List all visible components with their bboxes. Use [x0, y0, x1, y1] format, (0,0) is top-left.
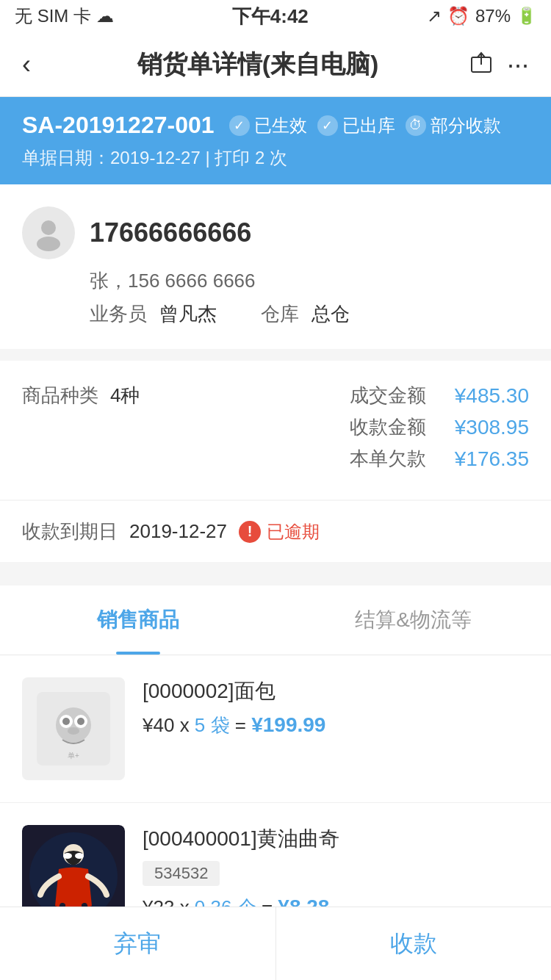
badge-effective-label: 已生效	[254, 114, 307, 137]
tab-section: 销售商品 结算&物流等 单+ [00000	[0, 586, 551, 951]
doc-date: 单据日期：2019-12-27 | 打印 2 次	[22, 146, 529, 170]
sim-status: 无 SIM 卡 ☁	[15, 4, 114, 28]
product-types-label: 商品种类	[22, 383, 98, 408]
warehouse-field: 仓库 总仓	[261, 301, 350, 327]
status-right: ↗ ⏰ 87% 🔋	[427, 6, 536, 26]
arrears-amount-row: 本单欠款 ¥176.35	[350, 446, 529, 472]
salesperson-value: 曾凡杰	[159, 303, 217, 325]
price-total-1: ¥199.99	[251, 713, 325, 736]
clock-icon: ⏱	[406, 115, 426, 136]
divider-1	[0, 349, 551, 361]
overdue-icon: !	[239, 521, 261, 543]
badge-partial-label: 部分收款	[431, 114, 501, 137]
overdue-text: 已逾期	[267, 520, 320, 544]
back-button[interactable]: ‹	[22, 49, 46, 80]
deal-amount-label: 成交金额	[350, 383, 426, 408]
product-name-2: [000400001]黄油曲奇	[143, 825, 529, 853]
svg-point-15	[63, 853, 72, 859]
warehouse-value: 总仓	[311, 303, 350, 325]
battery-icon: 🔋	[516, 7, 536, 26]
product-name-1: [0000002]面包	[143, 677, 529, 705]
avatar	[22, 206, 75, 259]
order-id: SA-20191227-001	[22, 112, 215, 139]
arrears-amount-value: ¥176.35	[441, 447, 529, 471]
overdue-badge: ! 已逾期	[239, 520, 320, 544]
page-title: 销货单详情(来自电脑)	[46, 48, 470, 82]
deal-amount-row: 成交金额 ¥485.30	[350, 383, 529, 408]
status-badges: ✓ 已生效 ✓ 已出库 ⏱ 部分收款	[229, 114, 501, 137]
alarm-icon: ⏰	[447, 6, 469, 26]
divider-2	[0, 562, 551, 574]
customer-section: 17666666666 张，156 6666 6666 业务员 曾凡杰 仓库 总…	[0, 184, 551, 349]
product-price-1: ¥40 x 5 袋 = ¥199.99	[143, 713, 529, 738]
tab-settlement[interactable]: 结算&物流等	[276, 586, 551, 655]
abandon-review-button[interactable]: 弃审	[0, 907, 276, 980]
badge-shipped: ✓ 已出库	[317, 114, 395, 137]
status-time: 下午4:42	[232, 4, 309, 29]
warehouse-label: 仓库	[261, 303, 299, 325]
price-x-1: x	[180, 714, 195, 736]
location-icon: ↗	[427, 6, 442, 26]
badge-partial: ⏱ 部分收款	[406, 114, 501, 137]
deal-amount-value: ¥485.30	[441, 384, 529, 408]
stats-left: 商品种类 4种	[22, 383, 140, 413]
due-section: 收款到期日 2019-12-27 ! 已逾期	[0, 501, 551, 562]
badge-shipped-label: 已出库	[342, 114, 395, 137]
tab-products[interactable]: 销售商品	[0, 586, 276, 655]
svg-point-2	[41, 220, 56, 235]
customer-meta: 业务员 曾凡杰 仓库 总仓	[90, 301, 529, 327]
battery-status: 87%	[475, 6, 511, 26]
check-icon-2: ✓	[317, 115, 338, 136]
price-eq-1: =	[235, 714, 251, 736]
svg-point-16	[75, 853, 84, 859]
nav-actions: ···	[470, 49, 529, 80]
price-qty-1: 5	[195, 714, 205, 736]
stats-section: 商品种类 4种 成交金额 ¥485.30 收款金额 ¥308.95 本单欠款 ¥…	[0, 361, 551, 500]
due-date-label: 收款到期日	[22, 519, 118, 544]
svg-point-8	[62, 718, 70, 725]
header-band-top: SA-20191227-001 ✓ 已生效 ✓ 已出库 ⏱ 部分收款	[22, 112, 529, 139]
product-types-value: 4种	[110, 383, 140, 408]
received-amount-value: ¥308.95	[441, 416, 529, 439]
price-unit-label-1: 袋	[211, 714, 230, 736]
collect-payment-button[interactable]: 收款	[276, 907, 552, 980]
arrears-amount-label: 本单欠款	[350, 446, 426, 472]
product-thumbnail-1: 单+	[22, 677, 125, 780]
tab-bar: 销售商品 结算&物流等	[0, 586, 551, 655]
check-icon: ✓	[229, 115, 250, 136]
stats-right: 成交金额 ¥485.30 收款金额 ¥308.95 本单欠款 ¥176.35	[350, 383, 529, 478]
list-item: 单+ [0000002]面包 ¥40 x 5 袋 = ¥199.99	[0, 655, 551, 803]
badge-effective: ✓ 已生效	[229, 114, 307, 137]
price-unit-1: ¥40	[143, 714, 174, 736]
product-sku-2: 534532	[143, 861, 220, 886]
customer-contact: 张，156 6666 6666	[90, 268, 529, 294]
status-bar: 无 SIM 卡 ☁ 下午4:42 ↗ ⏰ 87% 🔋	[0, 0, 551, 32]
product-types-row: 商品种类 4种	[22, 383, 140, 408]
customer-id: 17666666666	[90, 217, 251, 248]
share-icon[interactable]	[470, 49, 492, 80]
received-amount-row: 收款金额 ¥308.95	[350, 414, 529, 440]
nav-bar: ‹ 销货单详情(来自电脑) ···	[0, 32, 551, 97]
product-info-1: [0000002]面包 ¥40 x 5 袋 = ¥199.99	[143, 677, 529, 738]
salesperson-field: 业务员 曾凡杰	[90, 301, 217, 327]
svg-point-3	[37, 237, 60, 251]
svg-text:单+: 单+	[68, 752, 79, 760]
salesperson-label: 业务员	[90, 303, 147, 325]
svg-point-10	[68, 727, 79, 735]
svg-point-9	[77, 718, 84, 725]
received-amount-label: 收款金额	[350, 414, 426, 440]
more-icon[interactable]: ···	[507, 49, 529, 80]
bottom-bar: 弃审 收款	[0, 907, 551, 980]
due-date-value: 2019-12-27	[129, 520, 227, 543]
header-band: SA-20191227-001 ✓ 已生效 ✓ 已出库 ⏱ 部分收款 单据日期：…	[0, 97, 551, 184]
customer-row: 17666666666	[22, 206, 529, 259]
status-left: 无 SIM 卡 ☁	[15, 4, 114, 28]
